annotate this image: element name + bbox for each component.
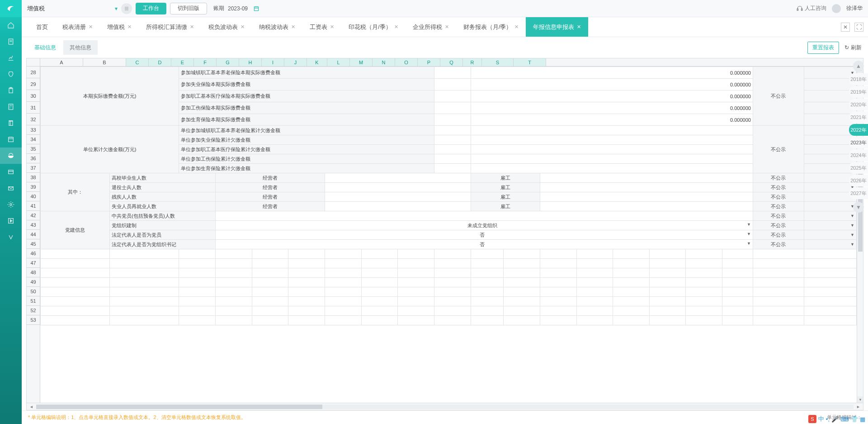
cell[interactable] xyxy=(686,278,722,287)
cell[interactable] xyxy=(753,306,804,316)
cell[interactable] xyxy=(649,306,686,316)
tab-5[interactable]: 纳税波动表✕ xyxy=(252,17,302,37)
cell[interactable]: 单位参加职工基本医疗保险累计欠缴金额 xyxy=(179,145,434,154)
cell[interactable] xyxy=(41,259,110,268)
cell[interactable] xyxy=(753,249,804,259)
scroll-left-icon[interactable]: ◄ xyxy=(28,405,34,409)
row-header-31[interactable]: 31 xyxy=(27,102,40,114)
cell[interactable] xyxy=(504,259,540,268)
cell[interactable] xyxy=(398,306,434,316)
row-header-30[interactable]: 30 xyxy=(27,90,40,102)
cell[interactable] xyxy=(434,164,471,173)
tray-zhong-icon[interactable]: 中 xyxy=(818,415,824,423)
cell[interactable]: 其中： xyxy=(41,173,110,211)
cell[interactable] xyxy=(179,306,216,316)
cell[interactable] xyxy=(722,306,753,316)
cell[interactable] xyxy=(434,154,471,164)
row-header-38[interactable]: 38 xyxy=(27,173,40,182)
tab-close-icon[interactable]: ✕ xyxy=(291,24,295,30)
nav-gear-icon[interactable] xyxy=(0,196,22,213)
col-header-P[interactable]: P xyxy=(418,58,440,66)
cell[interactable] xyxy=(649,259,686,268)
cell[interactable]: 参加生育保险本期实际缴费金额 xyxy=(179,114,434,126)
row-header-53[interactable]: 53 xyxy=(27,315,40,325)
cell[interactable] xyxy=(216,297,252,306)
tab-close-icon[interactable]: ✕ xyxy=(514,24,519,30)
cell[interactable] xyxy=(540,202,753,211)
cell[interactable] xyxy=(325,316,362,325)
subtab-basic[interactable]: 基础信息 xyxy=(28,40,62,55)
cell[interactable]: 法定代表人是否为党组织书记 xyxy=(110,240,216,249)
cell[interactable]: ▼ xyxy=(804,240,856,249)
cell[interactable] xyxy=(398,249,434,259)
tab-6[interactable]: 工资表✕ xyxy=(302,17,341,37)
cell[interactable] xyxy=(576,278,613,287)
cell[interactable] xyxy=(576,306,613,316)
row-header-50[interactable]: 50 xyxy=(27,287,40,296)
cell[interactable] xyxy=(804,278,856,287)
cell[interactable] xyxy=(179,278,216,287)
cell[interactable] xyxy=(288,278,325,287)
nav-bowl-icon[interactable] xyxy=(0,148,22,164)
cell[interactable]: 经营者 xyxy=(216,202,325,211)
year-2022年[interactable]: 2022年 xyxy=(849,124,868,136)
cell[interactable]: 党建信息 xyxy=(41,211,110,249)
col-header-L[interactable]: L xyxy=(327,58,350,66)
cell[interactable]: ▼ xyxy=(804,230,856,240)
nav-v-icon[interactable] xyxy=(0,229,22,245)
tab-2[interactable]: 增值税✕ xyxy=(100,17,139,37)
cell[interactable] xyxy=(649,249,686,259)
tray-s-icon[interactable]: S xyxy=(808,415,816,423)
row-header-48[interactable]: 48 xyxy=(27,268,40,277)
cell[interactable] xyxy=(434,91,471,102)
calendar-icon[interactable] xyxy=(253,5,259,12)
year-2019年[interactable]: 2019年 xyxy=(849,86,868,98)
nav-card-icon[interactable] xyxy=(0,164,22,180)
row-header-32[interactable]: 32 xyxy=(27,114,40,125)
cell[interactable] xyxy=(722,268,753,278)
row-header-37[interactable]: 37 xyxy=(27,163,40,173)
cell[interactable]: 单位累计欠缴金额(万元) xyxy=(41,126,179,173)
cell[interactable] xyxy=(434,249,471,259)
tab-close-icon[interactable]: ✕ xyxy=(89,24,93,30)
cell[interactable] xyxy=(686,268,722,278)
tax-type-select[interactable]: 增值税 ▾ xyxy=(27,5,118,13)
tab-close-icon[interactable]: ✕ xyxy=(241,24,245,30)
cell[interactable] xyxy=(504,306,540,316)
cell[interactable] xyxy=(110,316,179,325)
cell[interactable] xyxy=(252,249,288,259)
nav-money-icon[interactable] xyxy=(0,66,22,82)
cell[interactable] xyxy=(288,268,325,278)
nav-doc-icon[interactable] xyxy=(0,33,22,50)
cell[interactable] xyxy=(540,287,576,297)
cell[interactable] xyxy=(252,297,288,306)
cell[interactable] xyxy=(540,192,753,202)
cell[interactable] xyxy=(110,287,179,297)
cell[interactable]: 失业人员再就业人数 xyxy=(110,202,216,211)
col-header-M[interactable]: M xyxy=(350,58,373,66)
cell[interactable] xyxy=(753,297,804,306)
cell[interactable] xyxy=(471,297,504,306)
cell[interactable] xyxy=(361,278,398,287)
row-header-42[interactable]: 42 xyxy=(27,211,40,220)
cell[interactable] xyxy=(471,249,504,259)
cell[interactable] xyxy=(686,306,722,316)
cell[interactable]: 经营者 xyxy=(216,173,325,183)
cell[interactable]: 雇工 xyxy=(471,173,540,183)
cell[interactable] xyxy=(540,297,576,306)
tab-close-icon[interactable]: ✕ xyxy=(190,24,194,30)
cell[interactable] xyxy=(288,287,325,297)
cell[interactable] xyxy=(613,259,650,268)
hscroll-thumb[interactable] xyxy=(36,405,322,409)
row-header-52[interactable]: 52 xyxy=(27,306,40,315)
cell[interactable] xyxy=(398,297,434,306)
cell[interactable] xyxy=(471,268,504,278)
cells-area[interactable]: 本期实际缴费金额(万元)参加城镇职工基本养老保险本期实际缴费金额0.000000… xyxy=(40,67,857,403)
cell[interactable] xyxy=(753,278,804,287)
row-header-35[interactable]: 35 xyxy=(27,144,40,154)
cell[interactable] xyxy=(804,316,856,325)
cell[interactable] xyxy=(179,297,216,306)
cell[interactable] xyxy=(722,249,753,259)
row-header-40[interactable]: 40 xyxy=(27,192,40,201)
cell[interactable]: 参加职工基本医疗保险本期实际缴费金额 xyxy=(179,91,434,102)
